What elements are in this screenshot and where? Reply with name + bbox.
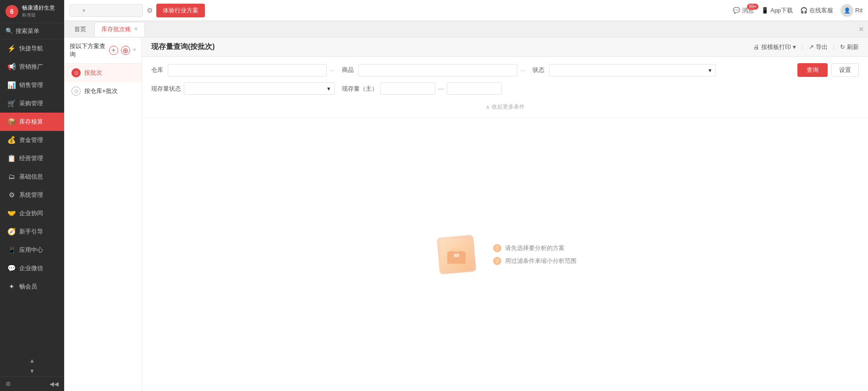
nav-icon-operations: 📋 — [7, 154, 16, 163]
right-panel: 现存量查询(按批次) 🖨 按模板打印 ▾ | ↗ 导出 | ↻ — [142, 38, 868, 391]
plan-label-batch: 按批次 — [84, 69, 102, 77]
sidebar-item-inventory[interactable]: 📦 库存核算 — [0, 113, 64, 131]
page-title: 现存量查询(按批次) — [151, 42, 215, 52]
plan-item-warehouse-batch[interactable]: ⊙ 按仓库+批次 — [64, 82, 142, 100]
page-title-bar: 现存量查询(按批次) 🖨 按模板打印 ▾ | ↗ 导出 | ↻ — [142, 38, 868, 57]
sidebar-search[interactable]: 🔍 搜索菜单 — [0, 23, 64, 39]
nav-label-inventory: 库存核算 — [19, 118, 43, 126]
tabbar: 首页 库存批次账 ✕ ✕ — [64, 21, 868, 38]
sidebar-item-apps[interactable]: 📱 应用中心 — [0, 241, 64, 259]
product-more-icon[interactable]: ··· — [520, 67, 525, 74]
sidebar-nav: ⚡ 快捷导航 📢 营销推广 📊 销售管理 🛒 采购管理 📦 库存核算 💰 资金管… — [0, 39, 64, 355]
sidebar-item-guide[interactable]: 🧭 新手引导 — [0, 223, 64, 241]
sidebar-scroll-up[interactable]: ▲ — [0, 355, 64, 366]
topbar-input-placeholder — [75, 6, 81, 15]
page-actions: 🖨 按模板打印 ▾ | ↗ 导出 | ↻ 刷新 — [753, 43, 859, 51]
nav-label-finance: 资金管理 — [19, 136, 43, 144]
inventory-status-select[interactable]: ▾ — [184, 82, 335, 95]
export-label: 导出 — [816, 43, 828, 51]
empty-state: 1 请先选择要分析的方案 2 用过滤条件来缩小分析范围 — [142, 118, 868, 391]
main-area: ▾ ⚙ 体验行业方案 💬 消息 99+ 📱 App下载 🎧 在线客服 👤 — [64, 0, 868, 391]
nav-icon-guide: 🧭 — [7, 228, 16, 236]
topbar-gear-icon[interactable]: ⚙ — [147, 6, 153, 15]
topbar-left: ▾ ⚙ 体验行业方案 — [70, 4, 729, 17]
print-btn[interactable]: 🖨 按模板打印 ▾ — [753, 43, 796, 51]
warehouse-more-icon[interactable]: ··· — [330, 67, 335, 74]
nav-icon-system: ⚙ — [7, 191, 16, 199]
sidebar-scroll-down[interactable]: ▼ — [0, 366, 64, 376]
user-menu[interactable]: 👤 Rit — [841, 4, 863, 17]
trial-button[interactable]: 体验行业方案 — [156, 4, 205, 17]
sidebar-item-quicknav[interactable]: ⚡ 快捷导航 — [0, 39, 64, 58]
empty-tips: 1 请先选择要分析的方案 2 用过滤条件来缩小分析范围 — [493, 244, 577, 265]
tabbar-close-btn[interactable]: ✕ — [858, 25, 864, 33]
plan-label-warehouse-batch: 按仓库+批次 — [84, 87, 118, 95]
app-download-btn[interactable]: 📱 App下载 — [761, 6, 793, 15]
product-input[interactable] — [358, 64, 517, 76]
refresh-btn[interactable]: ↻ 刷新 — [840, 43, 859, 51]
sidebar-item-enterprise[interactable]: 🤝 企业协同 — [0, 204, 64, 223]
topbar-search-wrap[interactable]: ▾ — [70, 4, 143, 17]
inventory-qty-to[interactable] — [447, 82, 502, 95]
topbar-chevron-icon: ▾ — [82, 7, 85, 14]
inventory-qty-dash: — — [438, 85, 444, 92]
sidebar-item-basic[interactable]: 🗂 基础信息 — [0, 168, 64, 186]
user-name: Rit — [855, 7, 863, 14]
topbar: ▾ ⚙ 体验行业方案 💬 消息 99+ 📱 App下载 🎧 在线客服 👤 — [64, 0, 868, 21]
tab-batch[interactable]: 库存批次账 ✕ — [94, 22, 145, 37]
search-label: 搜索菜单 — [16, 27, 39, 35]
nav-label-guide: 新手引导 — [19, 228, 43, 236]
plan-item-batch[interactable]: ⊙ 按批次 — [64, 64, 142, 82]
online-service-btn[interactable]: 🎧 在线客服 — [800, 6, 833, 15]
export-btn[interactable]: ↗ 导出 — [809, 43, 828, 51]
sidebar-item-purchase[interactable]: 🛒 采购管理 — [0, 94, 64, 113]
status-label: 状态 — [533, 66, 546, 74]
query-button[interactable]: 查询 — [797, 63, 828, 77]
brand-name: 畅康通好生意 — [22, 5, 55, 12]
topbar-right: 💬 消息 99+ 📱 App下载 🎧 在线客服 👤 Rit — [733, 4, 863, 17]
nav-label-sales: 销售管理 — [19, 81, 43, 89]
filter-action-btns: 查询 设置 — [797, 63, 859, 77]
collapse-label: 收起更多条件 — [492, 103, 525, 111]
tip-2-num: 2 — [493, 257, 501, 265]
sidebar-item-sales[interactable]: 📊 销售管理 — [0, 76, 64, 94]
status-select[interactable]: ▾ — [549, 64, 716, 76]
brand-info: 畅康通好生意 标准版 — [22, 5, 55, 18]
nav-label-system: 系统管理 — [19, 191, 43, 199]
sidebar-item-system[interactable]: ⚙ 系统管理 — [0, 186, 64, 204]
refresh-label: 刷新 — [847, 43, 859, 51]
filter-row-1: 仓库 ··· 商品 ··· 状态 ▾ — [151, 63, 859, 77]
nav-label-apps: 应用中心 — [19, 246, 43, 254]
sidebar-item-operations[interactable]: 📋 经营管理 — [0, 149, 64, 168]
empty-tip-1: 1 请先选择要分析的方案 — [493, 244, 577, 252]
avatar: 👤 — [841, 4, 853, 17]
collapse-panel-btn[interactable]: « — [133, 46, 136, 55]
sidebar-settings-btn[interactable]: ⚙ — [5, 380, 11, 387]
tab-batch-close[interactable]: ✕ — [134, 26, 138, 32]
sidebar-item-member[interactable]: ✦ 畅会员 — [0, 277, 64, 296]
add-plan-btn[interactable]: + — [109, 46, 118, 55]
warehouse-label: 仓库 — [151, 66, 165, 74]
headset-icon: 🎧 — [800, 7, 808, 14]
print-icon: 🖨 — [753, 43, 759, 50]
collapse-more-btn[interactable]: ∧ 收起更多条件 — [151, 100, 859, 111]
sidebar-collapse-btn[interactable]: ◀◀ — [49, 380, 59, 387]
message-btn[interactable]: 💬 消息 99+ — [733, 6, 754, 15]
sidebar: 6 畅康通好生意 标准版 🔍 搜索菜单 ⚡ 快捷导航 📢 营销推广 📊 销售管理… — [0, 0, 64, 391]
sidebar-item-wechat[interactable]: 💬 企业微信 — [0, 259, 64, 277]
settings-button[interactable]: 设置 — [831, 63, 859, 77]
settings-plan-btn[interactable]: ⊕ — [121, 46, 130, 55]
tab-home[interactable]: 首页 — [68, 22, 93, 36]
svg-rect-4 — [454, 254, 459, 257]
tip-1-num: 1 — [493, 244, 501, 252]
inventory-qty-from[interactable] — [380, 82, 435, 95]
search-icon: 🔍 — [5, 27, 13, 34]
print-label: 按模板打印 — [761, 43, 791, 51]
filter-area: 仓库 ··· 商品 ··· 状态 ▾ — [142, 57, 868, 118]
sidebar-item-marketing[interactable]: 📢 营销推广 — [0, 58, 64, 76]
sidebar-item-finance[interactable]: 💰 资金管理 — [0, 131, 64, 149]
warehouse-input[interactable] — [168, 64, 327, 76]
divider-2: | — [833, 43, 835, 50]
nav-label-wechat: 企业微信 — [19, 264, 43, 272]
tab-home-label: 首页 — [74, 25, 86, 33]
